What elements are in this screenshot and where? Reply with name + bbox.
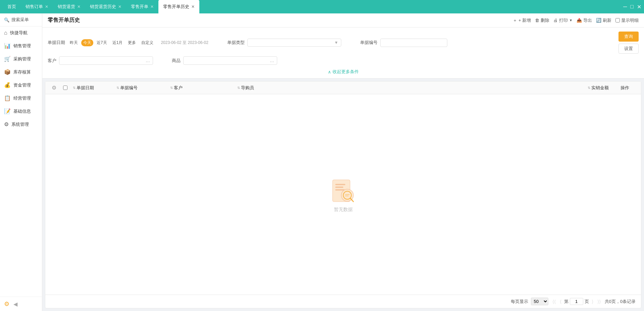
maximize-button[interactable]: □ bbox=[630, 4, 634, 10]
doc-type-label: 单据类型 bbox=[227, 40, 245, 46]
tab-close-sales-order[interactable]: ✕ bbox=[45, 4, 48, 9]
customer-label: 客户 bbox=[48, 58, 56, 64]
ops-icon: 📋 bbox=[4, 95, 11, 101]
display-detail-checkbox-container: 显示明细 bbox=[615, 17, 639, 23]
customer-input[interactable]: … bbox=[59, 56, 153, 65]
sidebar-item-finance[interactable]: 💰 资金管理 bbox=[0, 79, 42, 92]
collapse-label: 收起更多条件 bbox=[333, 69, 359, 75]
table-settings-icon[interactable]: ⚙ bbox=[48, 85, 60, 91]
doc-type-dropdown-icon: ▼ bbox=[334, 40, 338, 45]
purchase-icon: 🛒 bbox=[4, 56, 11, 62]
col-header-salesperson[interactable]: ⇅ 导购员 bbox=[235, 85, 275, 91]
svg-rect-3 bbox=[335, 189, 345, 191]
sidebar-bottom: ⚙ ◀ bbox=[0, 297, 42, 311]
tab-sales-order[interactable]: 销售订单 ✕ bbox=[21, 0, 53, 13]
sidebar-item-inventory[interactable]: 📦 库存核算 bbox=[0, 65, 42, 79]
doc-num-input[interactable] bbox=[380, 39, 447, 47]
sidebar-item-quick-nav[interactable]: ⌂ 快捷导航 bbox=[0, 27, 42, 39]
sidebar-search-label: 搜索采单 bbox=[11, 17, 29, 23]
col-header-op: 操作 bbox=[611, 85, 638, 91]
tab-close-retail-open-history[interactable]: ✕ bbox=[191, 4, 195, 9]
goods-input[interactable]: … bbox=[183, 56, 277, 65]
date-today-btn[interactable]: 今天 bbox=[81, 39, 93, 46]
date-custom-btn[interactable]: 自定义 bbox=[139, 39, 155, 46]
empty-text: 暂无数据 bbox=[334, 207, 353, 213]
collapse-bar[interactable]: ∧ 收起更多条件 bbox=[48, 67, 639, 75]
select-all-checkbox[interactable] bbox=[63, 86, 67, 90]
goods-filter-field: 商品 … bbox=[172, 56, 277, 65]
tab-retail-open-history[interactable]: 零售开单历史 ✕ bbox=[158, 0, 199, 13]
table-header: ⚙ ⇅ 单据日期 ⇅ 单据编号 ⇅ 客户 ⇅ 导购员 bbox=[45, 82, 641, 94]
sidebar-label-base-info: 基础信息 bbox=[13, 108, 31, 114]
export-button[interactable]: 📤 导出 bbox=[577, 17, 592, 23]
col-header-date[interactable]: ⇅ 单据日期 bbox=[70, 85, 114, 91]
col-header-client[interactable]: ⇅ 客户 bbox=[167, 85, 235, 91]
display-detail-label: 显示明细 bbox=[621, 17, 639, 23]
tab-home[interactable]: 首页 bbox=[3, 0, 21, 13]
search-icon: 🔍 bbox=[4, 17, 9, 22]
doc-type-select[interactable]: ▼ bbox=[247, 39, 341, 47]
sys-icon: ⚙ bbox=[4, 121, 9, 127]
sidebar-label-finance: 资金管理 bbox=[13, 82, 31, 88]
date-last7-btn[interactable]: 近7天 bbox=[95, 39, 109, 46]
query-button[interactable]: 查询 bbox=[618, 32, 639, 42]
empty-state: 暂无数据 bbox=[45, 94, 641, 295]
print-icon: 🖨 bbox=[553, 18, 558, 23]
tab-sales-return-history[interactable]: 销货退货历史 ✕ bbox=[85, 0, 126, 13]
print-button[interactable]: 🖨 打印 ▼ bbox=[553, 17, 573, 23]
page-last-btn[interactable]: ⟩⟩ bbox=[596, 298, 602, 305]
sidebar-label-purchase-mgmt: 采购管理 bbox=[13, 56, 31, 62]
tab-retail-open[interactable]: 零售开单 ✕ bbox=[126, 0, 158, 13]
date-more-btn[interactable]: 更多 bbox=[126, 39, 138, 46]
tab-close-sales-return-history[interactable]: ✕ bbox=[118, 4, 121, 9]
page-nav: ⟨⟨ ⟨ 第 页 ⟩ ⟩⟩ bbox=[551, 298, 602, 305]
sidebar-search[interactable]: 🔍 搜索采单 bbox=[0, 13, 42, 27]
delete-icon: 🗑 bbox=[535, 18, 539, 23]
sidebar-item-sys-mgmt[interactable]: ⚙ 系统管理 bbox=[0, 118, 42, 131]
content-area: 零售开单历史 ＋ + 新增 🗑 删除 🖨 打印 ▼ 📤 导出 bbox=[42, 13, 644, 311]
date-filter-field: 单据日期 昨天 今天 近7天 近1月 更多 自定义 bbox=[48, 39, 155, 46]
window-controls: ─ □ ✕ bbox=[623, 4, 641, 10]
close-button[interactable]: ✕ bbox=[637, 4, 641, 10]
table-select-all[interactable] bbox=[60, 86, 70, 90]
date-filter-label: 单据日期 bbox=[48, 40, 65, 46]
page-next-btn[interactable]: ⟩ bbox=[590, 298, 595, 305]
sidebar-item-sales-mgmt[interactable]: 📊 销售管理 bbox=[0, 39, 42, 52]
customer-ellipsis: … bbox=[146, 58, 150, 63]
col-header-amount[interactable]: ⇅ 实销金额 bbox=[571, 85, 611, 91]
minimize-button[interactable]: ─ bbox=[623, 4, 627, 10]
page-first-btn[interactable]: ⟨⟨ bbox=[551, 298, 557, 305]
tab-bar: 首页 销售订单 ✕ 销货退货 ✕ 销货退货历史 ✕ 零售开单 ✕ 零售开单历史 … bbox=[0, 0, 644, 13]
sidebar-item-purchase-mgmt[interactable]: 🛒 采购管理 bbox=[0, 52, 42, 65]
inventory-icon: 📦 bbox=[4, 69, 11, 75]
goods-label: 商品 bbox=[172, 58, 181, 64]
sidebar-settings-icon[interactable]: ⚙ bbox=[4, 300, 9, 308]
delete-button[interactable]: 🗑 删除 bbox=[535, 17, 549, 23]
refresh-icon: 🔄 bbox=[596, 18, 601, 23]
page-prev-btn[interactable]: ⟨ bbox=[558, 298, 563, 305]
per-page-select[interactable]: 50 100 200 bbox=[531, 298, 548, 305]
tab-close-sales-return[interactable]: ✕ bbox=[77, 4, 81, 9]
display-detail-checkbox[interactable] bbox=[615, 18, 620, 22]
sidebar-label-inventory: 库存核算 bbox=[13, 69, 31, 75]
sidebar-label-sys-mgmt: 系统管理 bbox=[11, 121, 29, 127]
refresh-button[interactable]: 🔄 刷新 bbox=[596, 17, 611, 23]
date-yesterday-btn[interactable]: 昨天 bbox=[68, 39, 80, 46]
finance-icon: 💰 bbox=[4, 82, 11, 88]
svg-rect-2 bbox=[335, 187, 343, 188]
tab-sales-return[interactable]: 销货退货 ✕ bbox=[53, 0, 85, 13]
date-last-month-btn[interactable]: 近1月 bbox=[110, 39, 125, 46]
page-input[interactable] bbox=[570, 298, 583, 305]
sidebar: 🔍 搜索采单 ⌂ 快捷导航 📊 销售管理 🛒 采购管理 📦 库存核算 💰 资金管… bbox=[0, 13, 42, 311]
sidebar-item-ops-mgmt[interactable]: 📋 经营管理 bbox=[0, 92, 42, 105]
settings-button[interactable]: 设置 bbox=[618, 44, 639, 54]
sidebar-item-base-info[interactable]: 📝 基础信息 bbox=[0, 105, 42, 118]
col-date-sort-icon: ⇅ bbox=[73, 86, 76, 90]
table-area: ⚙ ⇅ 单据日期 ⇅ 单据编号 ⇅ 客户 ⇅ 导购员 bbox=[45, 81, 641, 308]
tab-close-retail-open[interactable]: ✕ bbox=[150, 4, 154, 9]
add-button[interactable]: ＋ + 新增 bbox=[513, 17, 531, 23]
customer-filter-field: 客户 … bbox=[48, 56, 153, 65]
page-label: 第 bbox=[564, 299, 568, 305]
sidebar-collapse-icon[interactable]: ◀ bbox=[13, 301, 17, 307]
col-header-num[interactable]: ⇅ 单据编号 bbox=[114, 85, 167, 91]
